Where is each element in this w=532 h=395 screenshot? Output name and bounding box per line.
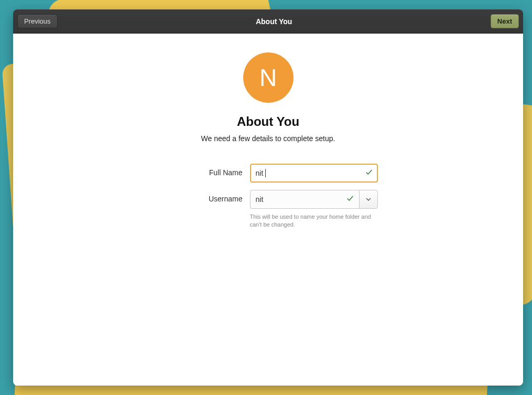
full-name-input[interactable]	[250, 164, 378, 183]
previous-button[interactable]: Previous	[17, 14, 58, 28]
setup-window: Previous About You Next N About You We n…	[13, 9, 523, 386]
avatar-initial: N	[259, 63, 277, 92]
page-subheading: We need a few details to complete setup.	[201, 134, 335, 143]
content-area: N About You We need a few details to com…	[13, 34, 523, 386]
user-form: Full Name Username	[159, 164, 378, 229]
window-title: About You	[256, 17, 292, 26]
username-input[interactable]	[250, 190, 359, 209]
username-hint: This will be used to name your home fold…	[250, 213, 378, 229]
next-button[interactable]: Next	[491, 14, 519, 28]
chevron-down-icon	[366, 196, 371, 204]
avatar[interactable]: N	[243, 52, 294, 103]
full-name-label: Full Name	[159, 164, 243, 177]
username-label: Username	[159, 190, 243, 203]
username-dropdown-button[interactable]	[359, 190, 378, 209]
titlebar: Previous About You Next	[13, 9, 523, 34]
text-cursor	[265, 169, 266, 177]
page-heading: About You	[237, 114, 299, 129]
